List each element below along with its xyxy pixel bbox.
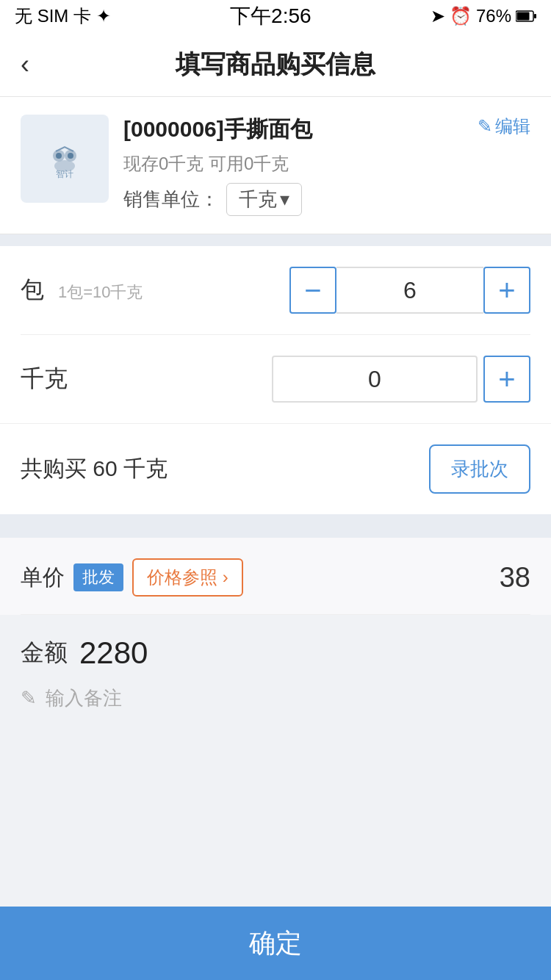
svg-text:智计: 智计 <box>56 169 73 179</box>
svg-point-6 <box>68 153 73 159</box>
product-card: 智计 [0000006]手撕面包 ✎ 编辑 现存0千克 可用0千克 销售单位： … <box>0 97 551 234</box>
svg-rect-1 <box>534 14 536 18</box>
pack-minus-button[interactable]: − <box>289 267 336 314</box>
price-section: 单价 批发 价格参照 › 38 <box>0 526 551 615</box>
sim-status: 无 SIM 卡 ✦ <box>15 4 111 28</box>
note-placeholder: 输入备注 <box>46 685 122 711</box>
note-row[interactable]: ✎ 输入备注 <box>21 685 530 729</box>
page-title: 填写商品购买信息 <box>176 48 375 82</box>
product-unit: 销售单位： 千克 ▾ <box>123 183 530 216</box>
note-icon: ✎ <box>21 687 37 710</box>
product-stock: 现存0千克 可用0千克 <box>123 152 530 176</box>
edit-button[interactable]: ✎ 编辑 <box>478 115 530 138</box>
status-left: 无 SIM 卡 ✦ <box>15 4 111 28</box>
pack-label-text: 包 <box>21 276 44 303</box>
amount-row: 金额 2280 <box>21 635 530 685</box>
price-label-area: 单价 批发 价格参照 › <box>21 558 243 597</box>
product-name: [0000006]手撕面包 <box>123 115 312 145</box>
pack-label: 包 1包=10千克 <box>21 274 289 306</box>
alarm-icon: ⏰ <box>450 6 472 26</box>
price-value: 38 <box>500 562 530 594</box>
batch-button[interactable]: 录批次 <box>429 444 530 494</box>
battery-icon <box>516 6 536 26</box>
svg-rect-2 <box>517 12 530 21</box>
edit-icon: ✎ <box>478 116 492 137</box>
confirm-button[interactable]: 确定 <box>0 907 551 980</box>
product-info: [0000006]手撕面包 ✎ 编辑 现存0千克 可用0千克 销售单位： 千克 … <box>123 115 530 216</box>
nav-bar: ‹ 填写商品购买信息 <box>0 32 551 97</box>
pack-row: 包 1包=10千克 − + <box>21 246 530 335</box>
kg-qty-input[interactable] <box>272 356 478 403</box>
unit-select[interactable]: 千克 ▾ <box>226 183 302 216</box>
confirm-label: 确定 <box>249 926 302 962</box>
kg-qty-control: + <box>272 356 530 403</box>
kg-plus-button[interactable]: + <box>483 356 530 403</box>
section-divider-2 <box>0 514 551 526</box>
unit-value: 千克 <box>239 187 277 212</box>
status-time: 下午2:56 <box>230 2 311 30</box>
location-icon: ➤ <box>431 6 445 26</box>
amount-label: 金额 <box>21 637 68 669</box>
kg-label: 千克 <box>21 363 272 395</box>
product-thumbnail: 智计 <box>21 115 109 203</box>
total-section: 共购买 60 千克 录批次 <box>0 423 551 514</box>
price-label: 单价 <box>21 563 65 593</box>
price-type-tag: 批发 <box>73 563 123 591</box>
edit-label: 编辑 <box>495 115 530 138</box>
total-text: 共购买 60 千克 <box>21 454 168 484</box>
input-section: 包 1包=10千克 − + 千克 + <box>0 246 551 423</box>
pack-plus-button[interactable]: + <box>483 267 530 314</box>
unit-label: 销售单位： <box>123 187 219 212</box>
price-row: 单价 批发 价格参照 › 38 <box>21 558 530 615</box>
unit-chevron-icon: ▾ <box>280 188 289 211</box>
amount-section: 金额 2280 ✎ 输入备注 <box>0 615 551 729</box>
status-right: ➤ ⏰ 76% <box>431 6 536 26</box>
back-button[interactable]: ‹ <box>21 49 29 80</box>
pack-hint: 1包=10千克 <box>58 283 143 301</box>
amount-value: 2280 <box>79 635 148 671</box>
battery-text: 76% <box>476 6 511 26</box>
kg-row: 千克 + <box>21 335 530 423</box>
section-divider-1 <box>0 234 551 246</box>
price-ref-button[interactable]: 价格参照 › <box>132 558 243 597</box>
svg-point-5 <box>56 153 62 159</box>
pack-qty-input[interactable] <box>336 267 483 314</box>
status-bar: 无 SIM 卡 ✦ 下午2:56 ➤ ⏰ 76% <box>0 0 551 32</box>
pack-qty-control: − + <box>289 267 530 314</box>
